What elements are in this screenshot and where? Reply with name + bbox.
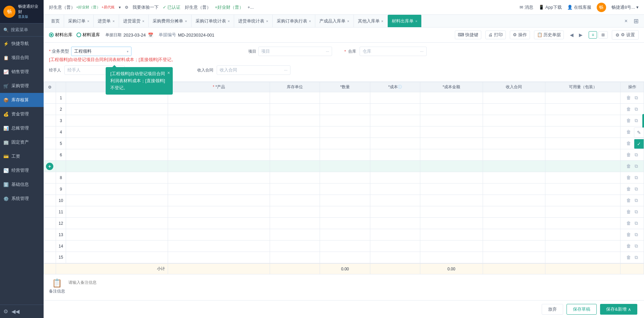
add-row-btn[interactable]: + xyxy=(46,163,53,170)
tab-close-icon[interactable]: × xyxy=(228,19,230,23)
cost-cell[interactable] xyxy=(370,195,420,206)
tab-goods-in[interactable]: 进货单× xyxy=(94,15,119,27)
topbar-dropdown-arrow[interactable]: ▾ xyxy=(119,5,121,10)
delete-row-btn[interactable]: 🗑 xyxy=(625,220,632,226)
qty-cell[interactable] xyxy=(320,229,370,241)
cost-cell[interactable] xyxy=(370,206,420,218)
topbar-settings-btn[interactable]: ⚙ xyxy=(125,5,128,10)
project-cell[interactable] xyxy=(66,104,168,115)
cost-cell[interactable] xyxy=(370,126,420,138)
cost-cell[interactable] xyxy=(370,252,420,263)
cost-cell[interactable] xyxy=(370,161,420,172)
print-btn[interactable]: 🖨 打印 xyxy=(485,31,506,39)
next-record-btn[interactable]: ▶ xyxy=(577,32,585,38)
qty-cell[interactable] xyxy=(320,206,370,218)
product-cell[interactable] xyxy=(168,149,270,161)
sidebar-item-basic-info[interactable]: ℹ️ 基础信息 xyxy=(0,177,44,192)
product-cell[interactable] xyxy=(168,115,270,126)
topbar-certified[interactable]: ✓ 已认证 xyxy=(163,4,181,10)
project-cell[interactable] xyxy=(66,195,168,206)
delete-row-btn[interactable]: 🗑 xyxy=(625,140,632,147)
project-cell[interactable] xyxy=(66,206,168,218)
copy-row-btn[interactable]: ⧉ xyxy=(633,94,639,101)
operation-btn[interactable]: ⚙ 操作 xyxy=(510,31,530,39)
qty-cell[interactable] xyxy=(320,241,370,252)
product-cell-input[interactable] xyxy=(170,164,268,169)
qty-cell[interactable] xyxy=(320,161,370,172)
tooltip-close-btn[interactable]: × xyxy=(167,69,170,76)
tab-close-icon[interactable]: × xyxy=(142,19,144,23)
close-all-btn[interactable]: × xyxy=(623,17,630,25)
sidebar-item-inventory[interactable]: 📦 库存核算 xyxy=(0,93,44,107)
topbar-product-1[interactable]: 好生意（普） +好业财（普） +易代账 xyxy=(49,4,115,10)
message-btn[interactable]: ✉ 消息 xyxy=(520,4,533,10)
topbar-more[interactable]: +... xyxy=(248,5,254,10)
sidebar-item-system[interactable]: ⚙️ 系统管理 xyxy=(0,192,44,206)
project-cell[interactable] xyxy=(66,183,168,195)
copy-row-btn[interactable]: ⧉ xyxy=(633,197,639,204)
delete-row-btn[interactable]: 🗑 xyxy=(625,128,632,135)
topbar-product-3[interactable]: +好业财（普） xyxy=(215,4,244,10)
sidebar-item-purchase[interactable]: 🛒 采购管理 xyxy=(0,79,44,93)
tab-other-warehouse[interactable]: 其他入库单× xyxy=(354,15,388,27)
user-avatar[interactable]: 畅 xyxy=(597,3,606,12)
tab-purchase-exec[interactable]: 采购订单执行表× xyxy=(273,15,315,27)
qty-cell[interactable] xyxy=(320,115,370,126)
cost-cell[interactable] xyxy=(370,138,420,149)
tab-purchase-order[interactable]: 采购订单× xyxy=(64,15,94,27)
tab-close-icon[interactable]: × xyxy=(266,19,268,23)
copy-row-btn[interactable]: ⧉ xyxy=(633,231,639,238)
sidebar-item-operations[interactable]: 📉 经营管理 xyxy=(0,163,44,177)
product-cell[interactable] xyxy=(168,229,270,241)
qty-cell[interactable] xyxy=(320,195,370,206)
tab-close-icon[interactable]: × xyxy=(112,19,114,23)
tab-close-icon[interactable]: × xyxy=(185,19,187,23)
product-cell[interactable] xyxy=(168,183,270,195)
product-cell[interactable] xyxy=(168,252,270,263)
product-cell[interactable] xyxy=(168,172,270,183)
prev-record-btn[interactable]: ◀ xyxy=(568,32,576,38)
history-btn[interactable]: 📋 历史单据 xyxy=(534,31,564,39)
project-cell[interactable] xyxy=(66,149,168,161)
product-cell[interactable] xyxy=(168,104,270,115)
delete-row-btn[interactable]: 🗑 xyxy=(625,186,632,192)
cost-cell[interactable] xyxy=(370,149,420,161)
grid-view-btn[interactable]: ⊞ xyxy=(598,31,608,39)
product-cell[interactable] xyxy=(168,195,270,206)
radio-material-out[interactable]: 材料出库 xyxy=(49,32,72,38)
app-download-btn[interactable]: 📱 App下载 xyxy=(539,4,562,10)
collapse-icon[interactable]: ◀◀ xyxy=(11,308,19,315)
project-cell[interactable] xyxy=(66,138,168,149)
page-settings-btn[interactable]: ⚙ ⚙ 设置 xyxy=(612,30,639,40)
delete-row-btn[interactable]: 🗑 xyxy=(625,106,632,112)
product-cell[interactable] xyxy=(168,126,270,138)
qty-cell[interactable] xyxy=(320,218,370,229)
delete-row-btn[interactable]: 🗑 xyxy=(625,208,632,215)
sidebar-item-finance[interactable]: 💰 资金管理 xyxy=(0,107,44,121)
sidebar-item-fixed-assets[interactable]: 🏢 固定资产 xyxy=(0,135,44,149)
copy-row-btn[interactable]: ⧉ xyxy=(633,106,639,112)
project-cell[interactable] xyxy=(66,252,168,263)
delete-row-btn[interactable]: 🗑 xyxy=(625,117,632,124)
project-cell[interactable] xyxy=(66,241,168,252)
qty-cell[interactable] xyxy=(320,252,370,263)
copy-row-btn[interactable]: ⧉ xyxy=(633,151,639,158)
sidebar-item-quick-nav[interactable]: ⚡ 快捷导航 xyxy=(0,37,44,51)
tab-close-icon[interactable]: × xyxy=(415,19,417,23)
tab-purchase-stats[interactable]: 采购订单统计表× xyxy=(192,15,234,27)
tab-goods-return[interactable]: 进货退货× xyxy=(119,15,149,27)
project-cell[interactable] xyxy=(66,115,168,126)
qty-cell[interactable] xyxy=(320,92,370,104)
product-cell[interactable] xyxy=(168,206,270,218)
tab-close-icon[interactable]: × xyxy=(347,19,349,23)
tab-purchase-expense[interactable]: 采购费用分摊单× xyxy=(149,15,191,27)
project-cell[interactable] xyxy=(66,172,168,183)
sidebar-item-sales[interactable]: 📈 销售管理 xyxy=(0,65,44,79)
delete-row-btn[interactable]: 🗑 xyxy=(625,197,632,204)
delete-row-btn[interactable]: 🗑 xyxy=(625,254,632,261)
delete-row-btn[interactable]: 🗑 xyxy=(625,243,632,249)
tab-view-toggle[interactable]: ⊞ xyxy=(632,17,641,25)
tab-goods-stats[interactable]: 进货单统计表× xyxy=(234,15,272,27)
topbar-product-2[interactable]: 好生意（普） xyxy=(185,4,211,10)
delete-row-btn[interactable]: 🗑 xyxy=(625,163,632,169)
